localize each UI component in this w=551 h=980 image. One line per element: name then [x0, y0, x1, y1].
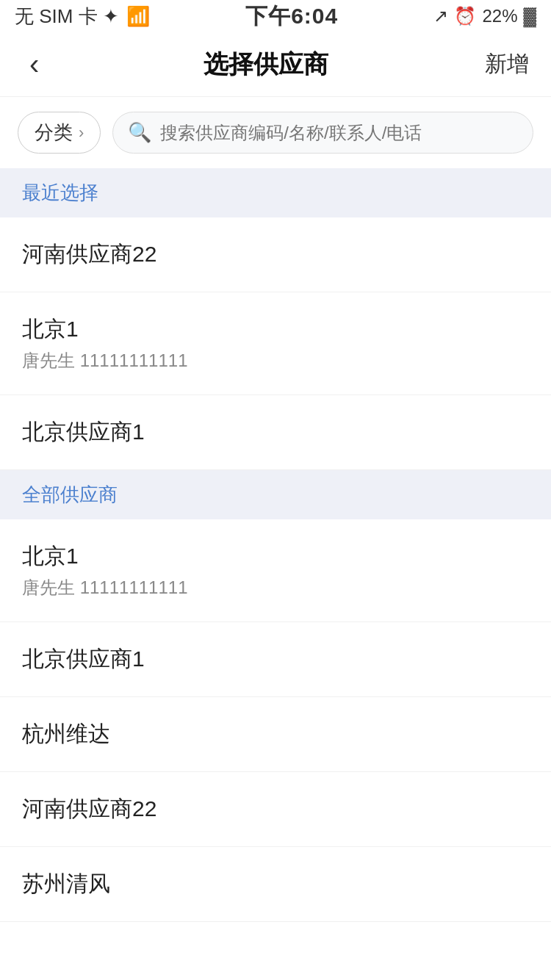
- list-item[interactable]: 河南供应商22: [0, 217, 551, 292]
- list-item[interactable]: 北京1 唐先生 11111111111: [0, 519, 551, 622]
- item-name: 河南供应商22: [22, 239, 529, 270]
- status-right: ↗ ⏰ 22% ▓: [433, 6, 536, 26]
- filter-bar: 分类 › 🔍: [0, 97, 551, 168]
- category-label: 分类: [35, 120, 73, 145]
- item-name: 北京供应商1: [22, 417, 529, 447]
- item-sub: 唐先生 11111111111: [22, 349, 529, 372]
- item-name: 北京1: [22, 541, 529, 572]
- all-section-label: 全部供应商: [22, 483, 118, 505]
- item-name: 杭州维达: [22, 719, 529, 749]
- category-button[interactable]: 分类 ›: [18, 112, 101, 154]
- battery-label: 22%: [482, 6, 517, 26]
- list-item[interactable]: 苏州清风: [0, 847, 551, 922]
- wifi-icon: 📶: [126, 5, 150, 28]
- recent-section-header: 最近选择: [0, 168, 551, 217]
- item-name: 河南供应商22: [22, 794, 529, 824]
- battery-icon: ▓: [524, 6, 537, 26]
- item-name: 北京供应商1: [22, 644, 529, 674]
- page-title: 选择供应商: [204, 48, 328, 82]
- item-sub: 唐先生 11111111111: [22, 576, 529, 599]
- list-item[interactable]: 河南供应商22: [0, 772, 551, 847]
- status-bar: 无 SIM 卡 ✦ 📶 下午6:04 ↗ ⏰ 22% ▓: [0, 0, 551, 32]
- search-icon: 🔍: [128, 121, 151, 144]
- list-item[interactable]: 杭州维达: [0, 697, 551, 772]
- all-list: 北京1 唐先生 11111111111 北京供应商1杭州维达河南供应商22苏州清…: [0, 519, 551, 922]
- status-time: 下午6:04: [245, 1, 338, 32]
- search-box[interactable]: 🔍: [112, 112, 533, 154]
- list-item[interactable]: 北京供应商1: [0, 395, 551, 470]
- alarm-icon: ⏰: [454, 6, 476, 26]
- item-name: 苏州清风: [22, 869, 529, 899]
- nav-bar: ‹ 选择供应商 新增: [0, 32, 551, 97]
- sim-label: 无 SIM 卡 ✦: [15, 4, 119, 29]
- recent-list: 河南供应商22 北京1 唐先生 11111111111 北京供应商1: [0, 217, 551, 470]
- item-name: 北京1: [22, 314, 529, 345]
- location-icon: ↗: [433, 6, 448, 26]
- list-item[interactable]: 北京1 唐先生 11111111111: [0, 292, 551, 395]
- back-button[interactable]: ‹: [22, 40, 46, 88]
- status-left: 无 SIM 卡 ✦ 📶: [15, 4, 150, 29]
- list-item[interactable]: 北京供应商1: [0, 622, 551, 697]
- all-section-header: 全部供应商: [0, 470, 551, 519]
- search-input[interactable]: [160, 123, 518, 143]
- recent-section-label: 最近选择: [22, 181, 98, 203]
- chevron-right-icon: ›: [79, 123, 84, 143]
- add-button[interactable]: 新增: [485, 49, 529, 79]
